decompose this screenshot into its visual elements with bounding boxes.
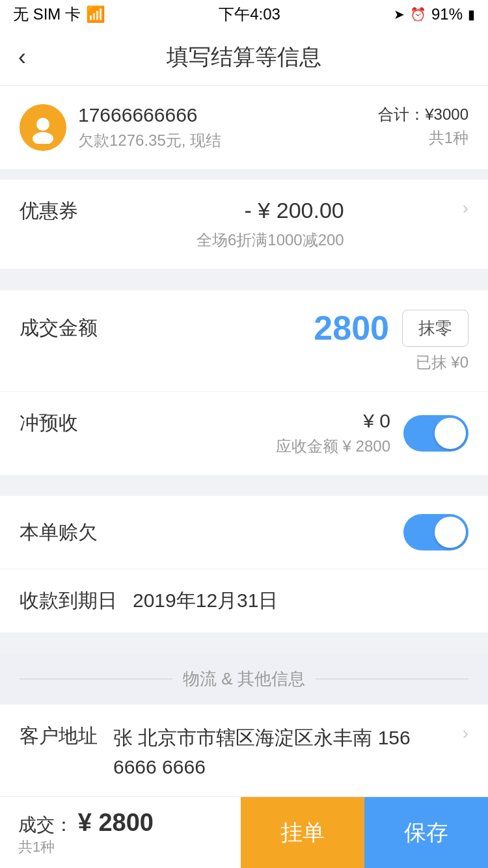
bottom-bar: 成交： ¥ 2800 共1种 挂单 保存 bbox=[0, 796, 488, 868]
section-divider-3 bbox=[0, 643, 488, 653]
deal-amount-value: 2800 bbox=[314, 308, 389, 347]
divider-line-right bbox=[316, 679, 468, 679]
customer-debt: 欠款1276.35元, 现结 bbox=[78, 130, 221, 151]
prepay-label: 冲预收 bbox=[20, 410, 78, 437]
location-icon: ➤ bbox=[394, 7, 405, 22]
coupon-section[interactable]: 优惠券 - ¥ 200.00 全场6折满1000减200 › bbox=[0, 180, 488, 269]
logistics-divider: 物流 & 其他信息 bbox=[0, 653, 488, 705]
coupon-amount: - ¥ 200.00 bbox=[245, 198, 344, 223]
bottom-deal-label: 成交： bbox=[18, 815, 73, 835]
status-time: 下午4:03 bbox=[219, 4, 280, 25]
customer-card: 17666666666 欠款1276.35元, 现结 合计：¥3000 共1种 bbox=[0, 86, 488, 169]
divider-line-left bbox=[20, 679, 172, 679]
wifi-icon: 📶 bbox=[86, 5, 105, 23]
customer-info: 17666666666 欠款1276.35元, 现结 bbox=[78, 104, 221, 151]
amount-right: 2800 抹零 bbox=[314, 308, 468, 347]
status-right: ➤ ⏰ 91% ▮ bbox=[394, 5, 475, 23]
battery-icon: ▮ bbox=[468, 7, 475, 22]
amount-row: 成交金额 2800 抹零 bbox=[20, 308, 468, 347]
deal-amount-label: 成交金额 bbox=[20, 315, 98, 342]
round-button[interactable]: 抹零 bbox=[402, 310, 468, 347]
due-date-value: 2019年12月31日 bbox=[133, 588, 278, 614]
status-left: 无 SIM 卡 📶 bbox=[13, 4, 105, 25]
back-button[interactable]: ‹ bbox=[18, 44, 26, 71]
debt-section: 本单赊欠 bbox=[0, 496, 488, 569]
total-label: 合计：¥3000 bbox=[378, 104, 468, 125]
address-chevron-icon: › bbox=[463, 723, 468, 744]
bottom-deal-amount: ¥ 2800 bbox=[78, 809, 154, 836]
prepay-right: ¥ 0 应收金额 ¥ 2800 bbox=[276, 410, 468, 457]
section-divider-1 bbox=[0, 280, 488, 290]
chevron-right-icon: › bbox=[463, 198, 468, 219]
customer-phone: 17666666666 bbox=[78, 104, 221, 126]
prepay-section: 冲预收 ¥ 0 应收金额 ¥ 2800 bbox=[0, 392, 488, 475]
svg-point-1 bbox=[33, 132, 53, 144]
customer-left: 17666666666 欠款1276.35元, 现结 bbox=[20, 104, 221, 151]
svg-point-0 bbox=[36, 118, 49, 131]
coupon-right: - ¥ 200.00 全场6折满1000减200 bbox=[197, 198, 344, 251]
content: 17666666666 欠款1276.35元, 现结 合计：¥3000 共1种 … bbox=[0, 86, 488, 868]
address-value: 张 北京市市辖区海淀区永丰南 156 6666 6666 bbox=[113, 723, 452, 781]
coupon-label: 优惠券 bbox=[20, 198, 78, 224]
alarm-icon: ⏰ bbox=[410, 7, 426, 22]
bottom-deal-row: 成交： ¥ 2800 bbox=[18, 809, 223, 837]
section-divider-2 bbox=[0, 485, 488, 496]
address-section[interactable]: 客户地址 张 北京市市辖区海淀区永丰南 156 6666 6666 › bbox=[0, 705, 488, 800]
debt-label: 本单赊欠 bbox=[20, 519, 98, 546]
prepay-receivable: 应收金额 ¥ 2800 bbox=[276, 436, 390, 457]
status-bar: 无 SIM 卡 📶 下午4:03 ➤ ⏰ 91% ▮ bbox=[0, 0, 488, 29]
prepay-amounts: ¥ 0 应收金额 ¥ 2800 bbox=[276, 410, 390, 457]
prepay-amount: ¥ 0 bbox=[276, 410, 390, 432]
deal-amount-section: 成交金额 2800 抹零 已抹 ¥0 bbox=[0, 290, 488, 392]
coupon-desc: 全场6折满1000减200 bbox=[197, 230, 344, 251]
already-rounded-text: 已抹 ¥0 bbox=[416, 353, 468, 371]
save-button[interactable]: 保存 bbox=[364, 797, 488, 868]
nav-bar: ‹ 填写结算等信息 bbox=[0, 29, 488, 86]
address-label: 客户地址 bbox=[20, 723, 98, 750]
due-date-section: 收款到期日 2019年12月31日 bbox=[0, 569, 488, 632]
bottom-count: 共1种 bbox=[18, 837, 223, 857]
battery-text: 91% bbox=[431, 5, 463, 23]
customer-total: 合计：¥3000 共1种 bbox=[378, 104, 468, 148]
debt-toggle[interactable] bbox=[403, 514, 468, 550]
avatar bbox=[20, 104, 66, 151]
total-count: 共1种 bbox=[378, 128, 468, 148]
bottom-summary: 成交： ¥ 2800 共1种 bbox=[0, 797, 241, 868]
prepay-toggle[interactable] bbox=[403, 415, 468, 452]
page-title: 填写结算等信息 bbox=[167, 42, 321, 72]
hang-button[interactable]: 挂单 bbox=[241, 797, 364, 868]
logistics-text: 物流 & 其他信息 bbox=[183, 668, 305, 690]
carrier-text: 无 SIM 卡 bbox=[13, 4, 81, 25]
due-date-label: 收款到期日 bbox=[20, 588, 117, 614]
